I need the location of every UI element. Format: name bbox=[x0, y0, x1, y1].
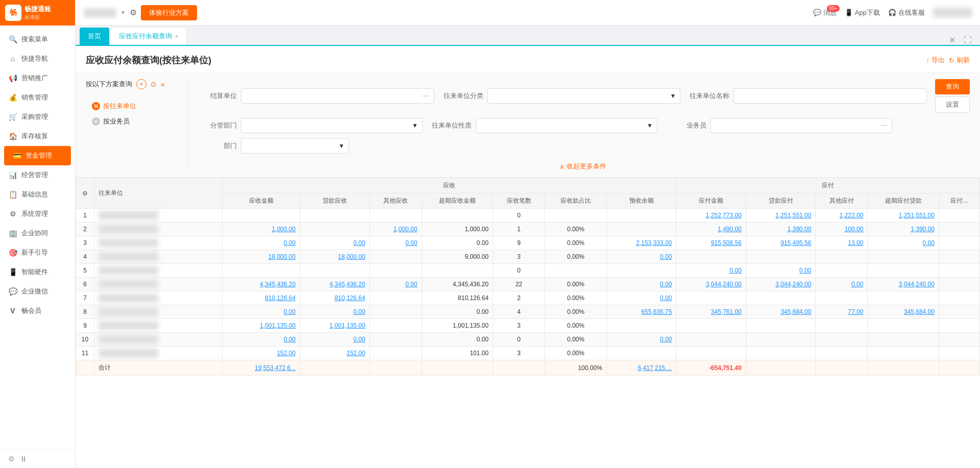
online-service-btn[interactable]: 🎧 在线客服 bbox=[888, 8, 925, 17]
table-cell[interactable] bbox=[370, 209, 422, 223]
table-cell[interactable]: 345,761.00 bbox=[676, 305, 746, 319]
sidebar-item-sales[interactable]: 💰 销售管理 bbox=[0, 88, 75, 107]
table-cell[interactable] bbox=[746, 319, 816, 333]
table-cell[interactable]: 345,684.00 bbox=[746, 305, 816, 319]
table-cell[interactable]: 0.00 bbox=[300, 236, 370, 250]
window-maximize-icon[interactable]: ⛶ bbox=[960, 36, 976, 45]
tab-home[interactable]: 首页 bbox=[80, 28, 109, 45]
table-cell[interactable]: 1,390.00 bbox=[746, 223, 816, 236]
table-cell[interactable]: 18,000.00 bbox=[222, 250, 300, 264]
table-cell[interactable] bbox=[370, 250, 422, 264]
table-cell[interactable]: 0.00 bbox=[606, 250, 676, 264]
user-avatar[interactable]: xxxxxxxx bbox=[933, 8, 972, 17]
table-cell[interactable]: 77.00 bbox=[816, 305, 868, 319]
total-ar-prepaid[interactable]: 6,417,215.... bbox=[606, 360, 676, 376]
table-cell[interactable]: 13.00 bbox=[816, 236, 868, 250]
table-cell[interactable]: 152.00 bbox=[222, 347, 300, 360]
table-cell[interactable] bbox=[676, 347, 746, 360]
table-cell[interactable]: 1,251,551.00 bbox=[868, 209, 939, 223]
table-cell[interactable] bbox=[222, 264, 300, 278]
table-cell[interactable]: 1,222.00 bbox=[816, 209, 868, 223]
settings-footer-icon[interactable]: ⚙ bbox=[8, 455, 15, 463]
table-cell[interactable]: 1,000.00 bbox=[370, 223, 422, 236]
table-cell[interactable] bbox=[746, 347, 816, 360]
table-cell[interactable] bbox=[816, 333, 868, 347]
table-cell[interactable]: 0.00 bbox=[676, 264, 746, 278]
sidebar-item-enterprise[interactable]: 🏢 企业协同 bbox=[0, 224, 75, 243]
settle-unit-dots[interactable]: ··· bbox=[423, 91, 429, 101]
table-cell[interactable]: 0.00 bbox=[816, 278, 868, 291]
table-cell[interactable]: 1,001,135.00 bbox=[222, 319, 300, 333]
sidebar-item-search-menu[interactable]: 🔍 搜索菜单 bbox=[0, 30, 75, 49]
tab-ar-ap-query[interactable]: 应收应付余额查询 × bbox=[110, 27, 187, 45]
settle-unit-input[interactable]: ··· bbox=[241, 88, 434, 104]
table-cell[interactable] bbox=[868, 347, 939, 360]
table-cell[interactable]: 345,684.00 bbox=[868, 305, 939, 319]
table-cell[interactable]: 0.00 bbox=[370, 236, 422, 250]
table-cell[interactable]: 810,126.64 bbox=[222, 291, 300, 305]
sidebar-item-purchase[interactable]: 🛒 采购管理 bbox=[0, 107, 75, 127]
unit-name-input[interactable] bbox=[733, 88, 927, 104]
table-cell[interactable] bbox=[868, 264, 939, 278]
total-ar-amount[interactable]: 19,553,472,6... bbox=[222, 360, 300, 376]
table-cell[interactable] bbox=[816, 347, 868, 360]
table-cell[interactable] bbox=[370, 305, 422, 319]
sidebar-item-system[interactable]: ⚙ 系统管理 bbox=[0, 204, 75, 224]
unit-category-select[interactable]: ▼ bbox=[487, 88, 681, 104]
table-cell[interactable]: 3,044,240.00 bbox=[676, 278, 746, 291]
filter-settings-icon[interactable]: ⊙ bbox=[151, 80, 157, 88]
table-cell[interactable]: 915,495.56 bbox=[746, 236, 816, 250]
table-cell[interactable] bbox=[868, 291, 939, 305]
table-cell[interactable] bbox=[370, 291, 422, 305]
table-cell[interactable] bbox=[676, 250, 746, 264]
table-cell[interactable] bbox=[370, 264, 422, 278]
sidebar-item-wechat[interactable]: 💬 企业微信 bbox=[0, 282, 75, 301]
table-cell[interactable]: 0.00 bbox=[606, 333, 676, 347]
sidebar-item-funds[interactable]: 💳 资金管理 bbox=[4, 146, 71, 165]
table-cell[interactable] bbox=[868, 319, 939, 333]
app-download-btn[interactable]: 📱 App下载 bbox=[845, 8, 880, 17]
table-cell[interactable] bbox=[746, 250, 816, 264]
table-cell[interactable] bbox=[676, 333, 746, 347]
table-cell[interactable]: 0.00 bbox=[222, 305, 300, 319]
sidebar-item-basic-info[interactable]: 📋 基础信息 bbox=[0, 185, 75, 204]
filter-collapse-icon[interactable]: « bbox=[161, 80, 165, 88]
table-cell[interactable] bbox=[606, 209, 676, 223]
sidebar-item-guide[interactable]: 🎯 新手引导 bbox=[0, 243, 75, 262]
sidebar-item-operations[interactable]: 📊 经营管理 bbox=[0, 165, 75, 185]
filter-add-icon[interactable]: + bbox=[136, 79, 146, 89]
table-cell[interactable]: 0.00 bbox=[606, 278, 676, 291]
table-cell[interactable]: 1,252,773.00 bbox=[676, 209, 746, 223]
table-cell[interactable] bbox=[816, 250, 868, 264]
table-cell[interactable]: 0.00 bbox=[370, 278, 422, 291]
table-cell[interactable]: 0.00 bbox=[300, 305, 370, 319]
filter-nav-by-unit[interactable]: 畅 按往来单位 bbox=[86, 98, 147, 114]
gear-icon[interactable]: ⚙ bbox=[130, 8, 137, 17]
sidebar-item-quick-nav[interactable]: ⌂ 快捷导航 bbox=[0, 49, 75, 68]
table-cell[interactable]: 655,636.75 bbox=[606, 305, 676, 319]
sidebar-item-vip[interactable]: V 畅会员 bbox=[0, 301, 75, 321]
sidebar-item-marketing[interactable]: 📢 营销推广 bbox=[0, 68, 75, 88]
table-cell[interactable]: 2,153,333.00 bbox=[606, 236, 676, 250]
table-cell[interactable]: 0.00 bbox=[222, 333, 300, 347]
table-cell[interactable] bbox=[370, 347, 422, 360]
dept-manage-select[interactable]: ▼ bbox=[241, 118, 423, 133]
table-cell[interactable] bbox=[676, 319, 746, 333]
solution-button[interactable]: 体验行业方案 bbox=[141, 5, 197, 20]
export-button[interactable]: ↑ 导出 bbox=[926, 56, 945, 65]
collapse-sidebar-icon[interactable]: ⏸ bbox=[20, 455, 27, 463]
table-cell[interactable]: 1,000.00 bbox=[222, 223, 300, 236]
table-cell[interactable] bbox=[746, 291, 816, 305]
table-cell[interactable]: 915,508.56 bbox=[676, 236, 746, 250]
dept-select[interactable]: ▼ bbox=[241, 138, 349, 154]
table-cell[interactable]: 4,345,436.20 bbox=[300, 278, 370, 291]
table-cell[interactable]: 1,490.00 bbox=[676, 223, 746, 236]
window-close-icon[interactable]: ✕ bbox=[945, 35, 960, 45]
table-cell[interactable]: 1,390.00 bbox=[868, 223, 939, 236]
filter-nav-by-staff[interactable]: ● 按业务员 bbox=[86, 114, 147, 129]
table-cell[interactable]: 0.00 bbox=[868, 236, 939, 250]
table-cell[interactable] bbox=[370, 333, 422, 347]
tab-close-icon[interactable]: × bbox=[175, 33, 178, 39]
query-button[interactable]: 查询 bbox=[935, 79, 970, 94]
settings-button[interactable]: 设置 bbox=[935, 96, 970, 113]
